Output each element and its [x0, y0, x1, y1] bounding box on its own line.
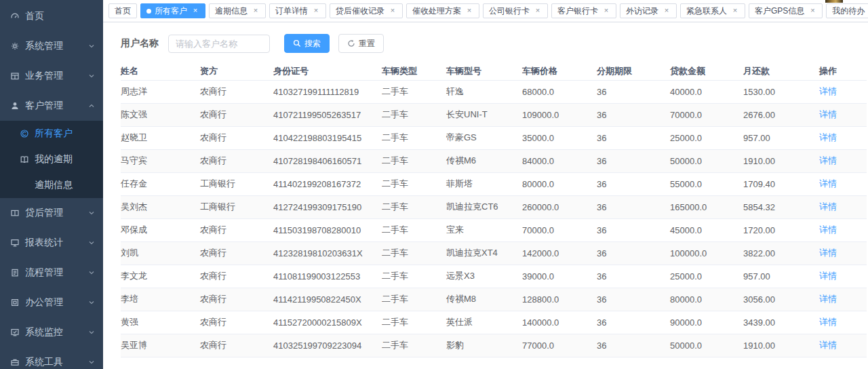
close-icon[interactable]: ×: [389, 7, 397, 15]
sidebar-item-系统工具[interactable]: 系统工具: [0, 347, 103, 369]
tab-我的待办[interactable]: 我的待办×: [826, 3, 868, 18]
column-header-贷款金额: 贷款金额: [670, 63, 743, 80]
tab-外访记录[interactable]: 外访记录×: [620, 3, 677, 18]
table-cell: 二手车: [382, 103, 446, 126]
sidebar-item-label: 客户管理: [25, 100, 63, 112]
table-cell: 25000.0: [670, 126, 743, 149]
close-icon[interactable]: ×: [602, 7, 610, 15]
table-cell: 吴亚博: [121, 334, 200, 357]
close-icon[interactable]: ×: [534, 7, 542, 15]
chevron-up-icon: [88, 102, 95, 109]
table-cell: [200, 357, 273, 369]
table-cell: 45000.0: [670, 218, 743, 241]
close-icon[interactable]: ×: [663, 7, 671, 15]
table-cell: 39000.0: [522, 265, 597, 288]
table-cell: 邓保成: [121, 218, 200, 241]
tab-贷后催收记录[interactable]: 贷后催收记录×: [330, 3, 403, 18]
tab-首页[interactable]: 首页: [108, 3, 137, 18]
detail-link[interactable]: 详情: [819, 294, 837, 304]
table-cell: 1910.00: [743, 334, 819, 357]
detail-link[interactable]: 详情: [819, 248, 837, 258]
tools-icon: [10, 357, 20, 367]
table-cell: 二手车: [382, 172, 446, 195]
detail-link[interactable]: 详情: [819, 201, 837, 212]
sidebar-item-办公管理[interactable]: 办公管理: [0, 288, 103, 317]
table-cell-action: 详情: [819, 80, 867, 103]
table-cell: [121, 357, 200, 369]
tab-客户GPS信息[interactable]: 客户GPS信息×: [749, 3, 823, 18]
detail-link[interactable]: 详情: [819, 340, 837, 350]
tab-紧急联系人[interactable]: 紧急联系人×: [680, 3, 745, 18]
table-cell: 411503198708280010: [273, 218, 382, 241]
search-button[interactable]: 搜索: [284, 34, 330, 53]
detail-link[interactable]: 详情: [819, 155, 837, 166]
tab-公司银行卡[interactable]: 公司银行卡×: [483, 3, 548, 18]
table-cell: 1720.00: [743, 218, 819, 241]
table-cell: 140000.0: [522, 311, 597, 334]
table-cell: 工商银行: [200, 172, 273, 195]
sidebar-item-业务管理[interactable]: 业务管理: [0, 61, 103, 91]
close-icon[interactable]: ×: [731, 7, 739, 15]
detail-link[interactable]: 详情: [819, 225, 837, 235]
navbar-avatar-partial[interactable]: [825, 0, 843, 3]
column-header-操作: 操作: [819, 63, 867, 80]
column-header-车辆价格: 车辆价格: [522, 63, 597, 80]
table-cell: 40000.0: [670, 80, 743, 103]
chevron-down-icon: [88, 329, 95, 336]
table-cell: 36: [597, 218, 670, 241]
sidebar-item-报表统计[interactable]: 报表统计: [0, 228, 103, 258]
table-cell: 刘凯: [121, 241, 200, 265]
reset-button-label: 重置: [359, 38, 375, 50]
table-row: 李文龙农商行411081199003122553二手车远景X339000.036…: [121, 265, 867, 288]
table-row: 任存金工商银行411402199208167372二手车菲斯塔80000.036…: [121, 172, 867, 195]
tab-逾期信息[interactable]: 逾期信息×: [209, 3, 266, 18]
table-body: 周志洋农商行410327199111112819二手车轩逸68000.03640…: [121, 80, 867, 369]
table-cell-action: 详情: [819, 311, 867, 334]
sidebar-item-系统管理[interactable]: 系统管理: [0, 31, 103, 61]
table-cell: 赵晓卫: [121, 126, 200, 149]
close-icon[interactable]: ×: [191, 7, 199, 15]
table-cell: 80000.0: [522, 172, 597, 195]
detail-link[interactable]: 详情: [819, 317, 837, 327]
close-icon[interactable]: ×: [312, 7, 320, 15]
search-icon: [293, 39, 301, 47]
close-icon[interactable]: ×: [252, 7, 260, 15]
detail-link[interactable]: 详情: [819, 271, 837, 281]
search-label: 用户名称: [121, 37, 159, 50]
table-row: 赵晓卫农商行410422198803195415二手车帝豪GS35000.036…: [121, 126, 867, 149]
search-button-label: 搜索: [304, 38, 321, 50]
sidebar-item-客户管理[interactable]: 客户管理: [0, 91, 103, 121]
table-cell: 68000.0: [522, 80, 597, 103]
tab-所有客户[interactable]: 所有客户×: [140, 3, 205, 18]
table-row: 吴刘杰工商银行412724199309175190二手车凯迪拉克CT626000…: [121, 195, 867, 218]
table-cell: 41152720000215809X: [273, 311, 382, 334]
tab-催收处理方案[interactable]: 催收处理方案×: [406, 3, 479, 18]
close-icon[interactable]: ×: [808, 7, 816, 15]
sidebar-item-首页[interactable]: 首页: [0, 1, 103, 31]
tab-订单详情[interactable]: 订单详情×: [269, 3, 326, 18]
table-cell: 农商行: [200, 265, 273, 288]
table-cell: 411402199208167372: [273, 172, 382, 195]
sidebar-item-我的逾期[interactable]: 我的逾期: [0, 147, 103, 172]
table-cell: [522, 357, 597, 369]
sidebar-item-流程管理[interactable]: 流程管理: [0, 258, 103, 288]
detail-link[interactable]: 详情: [819, 109, 837, 119]
table-cell: 36: [597, 195, 670, 218]
chevron-down-icon: [88, 359, 95, 366]
table-cell: 50000.0: [670, 334, 743, 357]
close-icon[interactable]: ×: [465, 7, 473, 15]
table-cell: 36: [597, 149, 670, 172]
sidebar-item-系统监控[interactable]: 系统监控: [0, 317, 103, 347]
sidebar-item-逾期信息[interactable]: 逾期信息: [0, 172, 103, 198]
table-cell: 英仕派: [446, 311, 522, 334]
detail-link[interactable]: 详情: [819, 132, 837, 142]
detail-link[interactable]: 详情: [819, 178, 837, 189]
search-input[interactable]: [168, 35, 270, 53]
sidebar-item-所有客户[interactable]: 所有客户: [0, 121, 103, 147]
tab-客户银行卡[interactable]: 客户银行卡×: [551, 3, 616, 18]
table-row: 周志洋农商行410327199111112819二手车轩逸68000.03640…: [121, 80, 867, 103]
reset-button[interactable]: 重置: [338, 34, 384, 53]
table-cell: 3822.00: [743, 241, 819, 265]
detail-link[interactable]: 详情: [819, 86, 837, 96]
sidebar-item-贷后管理[interactable]: 贷后管理: [0, 198, 103, 228]
